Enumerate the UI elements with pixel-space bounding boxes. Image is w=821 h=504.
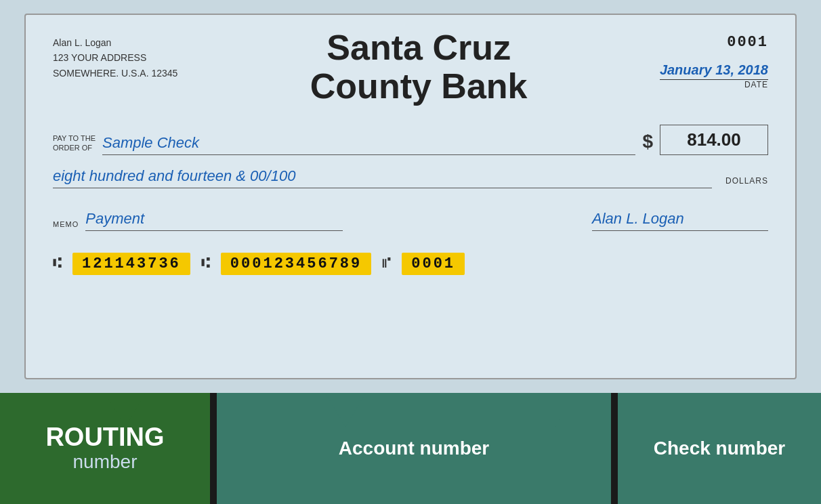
check-area: 0001 Alan L. Logan 123 YOUR ADDRESS SOME… [0,0,821,393]
payer-address2: SOMEWHERE. U.S.A. 12345 [53,66,177,81]
micr-account-number: 000123456789 [221,253,371,275]
label-check: Check number [618,393,821,504]
check-number-top: 0001 [727,34,768,51]
check-label-text: Check number [654,438,786,459]
micr-check-number: 0001 [402,253,465,275]
check: 0001 Alan L. Logan 123 YOUR ADDRESS SOME… [24,14,797,379]
date-label: DATE [660,80,768,89]
micr-left-symbol: ⑆ [53,255,62,272]
signature-line: Alan L. Logan [592,210,768,231]
written-amount-row: eight hundred and fourteen & 00/100 DOLL… [53,167,768,188]
signature-value: Alan L. Logan [592,210,684,227]
pay-row: PAY TO THE ORDER OF Sample Check $ 814.0… [53,125,768,155]
check-arrow [535,393,576,427]
memo-label: MEMO [53,220,79,231]
account-label-text: Account number [339,438,489,459]
memo-left: MEMO Payment [53,210,592,231]
micr-right-symbol: ⑆ [201,255,210,272]
bank-name: Santa Cruz County Bank [310,28,528,106]
routing-title: ROUTING [45,424,164,450]
routing-sub: number [73,451,138,473]
memo-value: Payment [85,210,144,227]
payer-address1: 123 YOUR ADDRESS [53,50,177,65]
memo-row: MEMO Payment Alan L. Logan [53,210,768,231]
date-value: January 13, 2018 [660,62,768,80]
routing-arrow [105,393,146,427]
check-header: Alan L. Logan 123 YOUR ADDRESS SOMEWHERE… [53,35,768,106]
amount-value: 814.00 [687,129,741,150]
label-bar: ROUTING number Account number Check numb… [0,393,821,504]
payer-name: Alan L. Logan [53,35,177,50]
micr-routing-number: 121143736 [72,253,190,275]
micr-row: ⑆ 121143736 ⑆ 000123456789 ⑈ 0001 [53,253,768,275]
pay-to-label: PAY TO THE ORDER OF [53,133,96,156]
payer-info: Alan L. Logan 123 YOUR ADDRESS SOMEWHERE… [53,35,177,81]
pay-name-line: Sample Check [102,134,635,155]
written-amount: eight hundred and fourteen & 00/100 [53,167,712,188]
dollar-sign: $ [642,131,653,155]
date-section: January 13, 2018 DATE [660,62,768,89]
dollars-label: DOLLARS [725,176,768,188]
pay-name-value: Sample Check [102,134,199,151]
amount-box: 814.00 [660,125,768,155]
micr-separator: ⑈ [382,255,391,272]
account-arrow [325,393,366,427]
memo-line: Payment [85,210,343,231]
